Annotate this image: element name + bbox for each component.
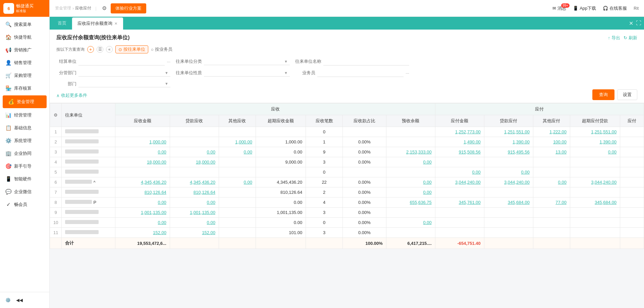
- sidebar-item-system[interactable]: ⚙️ 系统管理: [0, 134, 49, 147]
- filter-active-scheme-icon: ⊙: [118, 47, 122, 52]
- filter-select-unit-nature[interactable]: ▼: [204, 70, 290, 77]
- sidebar-item-inventory[interactable]: 🏪 库存核算: [0, 82, 49, 95]
- table-group-header-row: ⚙ 往来单位 应收 应付: [50, 103, 644, 115]
- sidebar-item-marketing[interactable]: 📢 营销推广: [0, 44, 49, 56]
- export-button[interactable]: ↑ 导出: [608, 35, 621, 41]
- sidebar-item-label: 系统管理: [14, 138, 32, 144]
- tab-close-icon[interactable]: ✕: [114, 21, 117, 26]
- total-ar-count: [306, 238, 343, 249]
- base-info-icon: 📋: [5, 125, 11, 131]
- table-row: 418,000.0018,000.009,000.0030.00%0.00: [50, 157, 644, 167]
- filter-dropdown-arrow: ▼: [284, 59, 288, 63]
- filter-dots-settlement[interactable]: ···: [167, 59, 170, 64]
- col-ar-amount: 应收金额: [115, 115, 170, 127]
- col-ar-count: 应收笔数: [306, 115, 343, 127]
- filter-add-scheme-btn[interactable]: +: [87, 46, 94, 53]
- settings-col-header[interactable]: ⚙: [50, 103, 62, 127]
- table-row: 100.000.000.0000.00%0.00: [50, 218, 644, 228]
- sidebar-item-label: 经营管理: [14, 112, 32, 118]
- topnav-right: ✉ 消息 99+ 📱 App下载 🎧 在线客服 Rit: [552, 5, 639, 11]
- sidebar-item-wechat[interactable]: 💬 企业微信: [0, 185, 49, 198]
- filter-label-unit-type: 往来单位分类: [176, 58, 202, 64]
- sidebar-item-label: 资金管理: [17, 99, 34, 105]
- sidebar-item-label: 畅会员: [14, 202, 27, 208]
- filter-area: 按以下方案查询 + ☰ « ⊙ 按往来单位 ○ 按业务员 结算单位: [50, 41, 644, 103]
- table-settings-icon[interactable]: ⚙: [54, 113, 58, 118]
- sidebar-item-search[interactable]: 🔍 搜索菜单: [0, 18, 49, 31]
- table-row: 7810,126.64810,126.64810,126.6420.00%0.0…: [50, 187, 644, 197]
- sidebar-item-guide[interactable]: 🎯 新手引导: [0, 160, 49, 173]
- bottom-settings-icon: ⚙️: [5, 298, 11, 303]
- sidebar-bottom-settings[interactable]: ⚙️ ◀◀: [0, 295, 49, 305]
- sidebar-item-smart-hw[interactable]: 📱 智能硬件: [0, 173, 49, 185]
- filter-active-scheme[interactable]: ⊙ 按往来单位: [115, 45, 148, 53]
- operations-icon: 📊: [5, 112, 11, 118]
- topnav-settings-icon[interactable]: ⚙: [102, 5, 107, 11]
- query-button[interactable]: 查询: [592, 89, 614, 100]
- sidebar: 6 畅捷通买 标准版 🔍 搜索菜单 🏠 快捷导航 📢 营销推广 👤 销售管理 🛒…: [0, 0, 50, 308]
- app-logo: 6 畅捷通买 标准版: [0, 0, 49, 17]
- sidebar-item-sales[interactable]: 👤 销售管理: [0, 56, 49, 69]
- filter-field-dept: 分管部门 ▼: [56, 70, 170, 77]
- filter-select-unit-type[interactable]: ▼: [204, 58, 290, 65]
- sidebar-item-base-info[interactable]: 📋 基础信息: [0, 122, 49, 134]
- data-table: ⚙ 往来单位 应收 应付 应收金额 贷款应收 其他应收 超期应收金额 应收笔数 …: [50, 103, 644, 249]
- filter-label-salesman: 业务员: [295, 70, 315, 76]
- filter-active-scheme-label: 按往来单位: [123, 46, 145, 52]
- tab-home[interactable]: 首页: [52, 17, 72, 30]
- app-download-btn[interactable]: 📱 App下载: [573, 5, 596, 11]
- filter-select-sub-dept[interactable]: ▼: [78, 80, 170, 87]
- export-icon: ↑: [608, 35, 610, 40]
- refresh-button[interactable]: ↻ 刷新: [624, 35, 637, 41]
- filter-settings-btn[interactable]: ☰: [97, 46, 103, 53]
- wechat-icon: 💬: [5, 189, 11, 195]
- filter-nature-arrow: ▼: [284, 71, 288, 75]
- table-row: 6^4,345,436.204,345,436.200.004,345,436.…: [50, 177, 644, 187]
- table-row: 11152.00152.00101.0030.00%: [50, 228, 644, 238]
- filter-input-settlement[interactable]: [78, 57, 165, 65]
- total-row: 合计 19,553,472,6... 100.00% 6,417,215....…: [50, 238, 644, 249]
- sidebar-item-label: 营销推广: [14, 47, 32, 53]
- filter-input-unit-name[interactable]: [323, 57, 409, 65]
- online-service-btn[interactable]: 🎧 在线客服: [603, 5, 627, 11]
- total-loan-ap: [484, 238, 533, 249]
- sidebar-item-quick-nav[interactable]: 🏠 快捷导航: [0, 31, 49, 44]
- total-ap-amount: -654,751.40: [435, 238, 484, 249]
- filter-field-unit-name: 往来单位名称: [295, 57, 409, 65]
- tab-ar-ap-query[interactable]: 应收应付余额查询 ✕: [72, 17, 123, 30]
- marketing-icon: 📢: [5, 47, 11, 53]
- filter-other-scheme[interactable]: ○ 按业务员: [151, 46, 172, 52]
- tab-home-label: 首页: [58, 20, 66, 26]
- filter-collapse-btn[interactable]: «: [106, 46, 113, 53]
- user-menu[interactable]: Rit: [634, 6, 639, 11]
- tab-expand-icon[interactable]: ⛶: [636, 20, 641, 27]
- purchase-icon: 🛒: [5, 73, 11, 79]
- logo-icon: 6: [3, 3, 14, 14]
- filter-row-1: 结算单位 ··· 往来单位分类 ▼ 往来单位名称: [56, 57, 637, 65]
- col-prepay: 预收余额: [386, 115, 435, 127]
- message-btn[interactable]: ✉ 消息 99+: [552, 5, 566, 11]
- sidebar-item-enterprise[interactable]: 🏢 企业协同: [0, 147, 49, 160]
- filter-input-salesman[interactable]: [317, 69, 404, 77]
- settings-button[interactable]: 设置: [617, 89, 637, 100]
- sidebar-item-operations[interactable]: 📊 经营管理: [0, 109, 49, 122]
- filter-row-3: 部门 ▼: [56, 80, 637, 87]
- sidebar-item-purchase[interactable]: 🛒 采购管理: [0, 69, 49, 82]
- tab-close-window-icon[interactable]: ✕: [629, 20, 633, 27]
- collapse-more-btn[interactable]: ∧ 收起更多条件: [56, 92, 87, 98]
- smart-hw-icon: 📱: [5, 176, 11, 182]
- filter-dots-salesman[interactable]: ···: [406, 71, 409, 76]
- page-title: 应收应付余额查询(按往来单位): [56, 34, 130, 41]
- sidebar-item-member[interactable]: ✓ 畅会员: [0, 198, 49, 211]
- breadcrumb-part1: 资金管理: [55, 5, 71, 11]
- col-overdue-ar: 超期应收金额: [256, 115, 306, 127]
- table-col-header-row: 应收金额 贷款应收 其他应收 超期应收金额 应收笔数 应收款占比 预收余额 应付…: [50, 115, 644, 127]
- table-row: 500.000.00: [50, 167, 644, 177]
- sidebar-item-label: 企业协同: [14, 150, 32, 157]
- promo-button[interactable]: 体验行业方案: [111, 3, 146, 13]
- filter-select-dept[interactable]: ▼: [78, 70, 170, 77]
- filter-rows: 结算单位 ··· 往来单位分类 ▼ 往来单位名称: [56, 57, 637, 87]
- sidebar-item-finance[interactable]: 💰 资金管理: [3, 95, 47, 108]
- inventory-icon: 🏪: [5, 85, 11, 91]
- app-version: 标准版: [16, 9, 34, 13]
